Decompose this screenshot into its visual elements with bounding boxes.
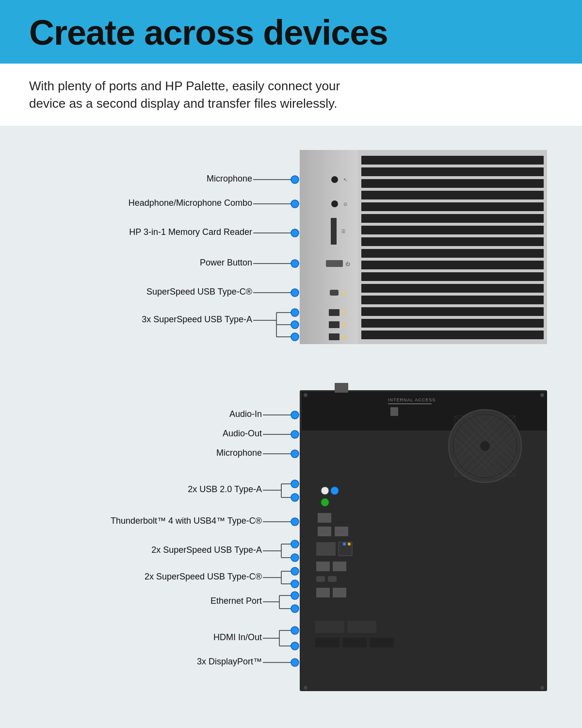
label-mic-back: Microphone xyxy=(216,448,262,458)
dot-usb-a1 xyxy=(291,309,299,316)
bp-usb-a1 xyxy=(316,542,336,556)
vent-6 xyxy=(361,214,544,223)
vent-2 xyxy=(361,167,544,176)
page-title: Create across devices xyxy=(29,15,553,51)
front-panel-section: Microphone Headphone/Microphone Combo HP… xyxy=(0,126,582,368)
bp-led2 xyxy=(348,543,351,546)
bp-dp3 xyxy=(370,638,394,647)
port-microphone xyxy=(331,176,338,183)
bp-audio2 xyxy=(331,487,339,495)
port-power xyxy=(326,260,343,267)
dot-headphone xyxy=(291,200,299,208)
label-usb-type-c: SuperSpeed USB Type-C® xyxy=(146,287,252,297)
label-audio-in: Audio-In xyxy=(229,409,262,419)
bp-led1 xyxy=(343,543,346,546)
back-panel-section: Audio-In Audio-Out Microphone 2x USB 2.0… xyxy=(0,368,582,708)
vent-16 xyxy=(361,331,544,339)
back-panel-svg: Audio-In Audio-Out Microphone 2x USB 2.0… xyxy=(29,383,553,694)
label-memory-card: HP 3-in-1 Memory Card Reader xyxy=(129,227,252,237)
label-hdmi: HDMI In/Out xyxy=(213,632,262,642)
vent-7 xyxy=(361,226,544,234)
vent-12 xyxy=(361,284,544,293)
vent-8 xyxy=(361,237,544,246)
subtitle-section: With plenty of ports and HP Palette, eas… xyxy=(0,64,582,126)
label-usb2: 2x USB 2.0 Type-A xyxy=(188,484,262,494)
bdot-mic-back xyxy=(291,450,299,458)
vent-5 xyxy=(361,202,544,211)
bdot-eth-top xyxy=(291,592,299,599)
fan-center xyxy=(480,441,490,451)
bdot-audio-in xyxy=(291,411,299,419)
bp-usb-extra1 xyxy=(316,588,330,597)
bp-dp2 xyxy=(342,638,367,647)
port-usb-a3-icon: ⚡ xyxy=(341,334,347,340)
bp-dp1 xyxy=(315,638,340,647)
vent-15 xyxy=(361,319,544,328)
label-displayport: 3x DisplayPort™ xyxy=(197,657,262,666)
bp-usb2-1 xyxy=(318,513,331,523)
bdot-ss-usb-c-top xyxy=(291,567,299,575)
bdot-displayport xyxy=(291,659,299,666)
vent-9 xyxy=(361,249,544,258)
bdot-ss-usb-c-bot xyxy=(291,580,299,588)
back-panel-diagram: Audio-In Audio-Out Microphone 2x USB 2.0… xyxy=(29,383,553,684)
vent-3 xyxy=(361,179,544,188)
vent-14 xyxy=(361,307,544,316)
bdot-audio-out xyxy=(291,430,299,438)
port-card-reader xyxy=(331,218,337,245)
port-usb-a1-icon: ⚡ xyxy=(341,310,347,315)
front-panel-svg: Microphone Headphone/Microphone Combo HP… xyxy=(29,140,553,349)
bp-usb-extra2 xyxy=(333,588,346,597)
bp-usb2-2 xyxy=(335,383,348,393)
bp-usb-ss2 xyxy=(333,562,346,571)
bp-hdmi1 xyxy=(315,621,344,633)
port-card-icon: ☰ xyxy=(341,229,345,234)
label-headphone-combo: Headphone/Microphone Combo xyxy=(129,198,252,208)
port-power-icon: ⏻ xyxy=(345,262,350,266)
vent-13 xyxy=(361,296,544,304)
port-hp-icon: ⊙ xyxy=(343,201,347,207)
port-usb-c xyxy=(330,290,339,296)
port-usb-c-icon: ⚡ xyxy=(341,290,347,296)
label-ethernet: Ethernet Port xyxy=(210,596,262,606)
subtitle-text: With plenty of ports and HP Palette, eas… xyxy=(29,77,369,113)
port-usb-a1 xyxy=(329,309,340,316)
bdot-eth-bot xyxy=(291,605,299,612)
bdot-ss-usb-a-bot xyxy=(291,554,299,562)
front-panel-diagram: Microphone Headphone/Microphone Combo HP… xyxy=(29,140,553,349)
label-microphone: Microphone xyxy=(207,174,252,183)
internal-access-label: INTERNAL ACCESS xyxy=(388,397,436,402)
label-ss-usb-a-back: 2x SuperSpeed USB Type-A xyxy=(151,545,262,555)
lock-icon xyxy=(390,407,398,416)
bdot-thunderbolt xyxy=(291,518,299,526)
vent-4 xyxy=(361,191,544,199)
bdot-usb2-bot xyxy=(291,494,299,501)
port-usb-a2-icon: ⚡ xyxy=(341,322,347,328)
dot-microphone xyxy=(291,176,299,183)
bp-audio3 xyxy=(321,498,329,506)
bp-usb-ss1 xyxy=(316,562,330,571)
label-usb-type-a: 3x SuperSpeed USB Type-A xyxy=(142,314,252,324)
screw-tl xyxy=(304,393,307,397)
dot-usb-c xyxy=(291,289,299,297)
screw-bl xyxy=(304,686,307,690)
bp-usb2-4 xyxy=(335,527,348,536)
dot-power xyxy=(291,260,299,267)
vent-11 xyxy=(361,272,544,281)
label-power-button: Power Button xyxy=(200,258,252,267)
screw-br xyxy=(540,686,544,690)
port-headphone xyxy=(331,200,338,207)
bp-usb-c1 xyxy=(316,576,325,582)
bdot-hdmi-bot xyxy=(291,642,299,650)
port-usb-a2 xyxy=(329,321,340,328)
dot-usb-a3 xyxy=(291,333,299,341)
bp-hdmi2 xyxy=(347,621,376,633)
label-thunderbolt: Thunderbolt™ 4 with USB4™ Type-C® xyxy=(111,516,262,526)
bdot-usb2-top xyxy=(291,480,299,488)
vent-10 xyxy=(361,261,544,269)
port-usb-a3 xyxy=(329,333,340,340)
dot-usb-a2 xyxy=(291,321,299,329)
screw-tr xyxy=(540,393,544,397)
vent-1 xyxy=(361,156,544,165)
header-section: Create across devices xyxy=(0,0,582,64)
